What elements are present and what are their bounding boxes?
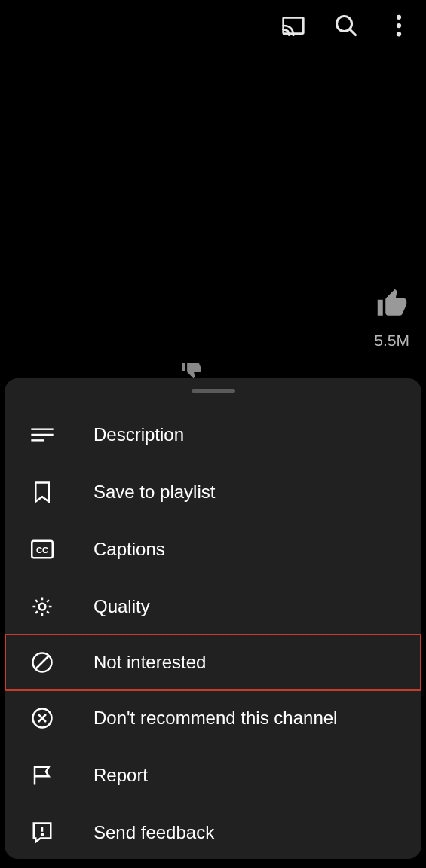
thumb-up-icon[interactable] — [376, 288, 408, 322]
feedback-icon — [30, 821, 54, 845]
more-icon[interactable] — [387, 14, 411, 38]
like-section: 5.5M — [374, 288, 409, 350]
menu-label: Save to playlist — [93, 481, 215, 503]
menu-label: Report — [93, 765, 148, 786]
svg-text:CC: CC — [36, 546, 48, 555]
bookmark-icon — [30, 480, 54, 504]
flag-icon — [30, 763, 54, 787]
menu-label: Not interested — [93, 652, 206, 673]
svg-point-5 — [397, 32, 401, 36]
bottom-sheet: Description Save to playlist CC Captions… — [5, 378, 421, 859]
captions-icon: CC — [30, 537, 54, 561]
cast-icon[interactable] — [281, 14, 305, 38]
description-icon — [30, 423, 54, 447]
menu-item-captions[interactable]: CC Captions — [5, 521, 421, 578]
like-count: 5.5M — [374, 332, 409, 350]
menu-item-description[interactable]: Description — [5, 406, 421, 463]
top-bar — [281, 14, 411, 38]
svg-point-11 — [39, 604, 46, 610]
svg-line-2 — [350, 29, 356, 35]
menu-item-feedback[interactable]: Send feedback — [5, 804, 421, 861]
menu-label: Quality — [93, 596, 150, 617]
svg-point-3 — [397, 15, 401, 20]
menu-item-quality[interactable]: Quality — [5, 578, 421, 635]
svg-line-13 — [35, 656, 49, 669]
menu-label: Description — [93, 424, 184, 445]
block-icon — [30, 650, 54, 674]
menu-label: Don't recommend this channel — [93, 708, 337, 729]
svg-point-4 — [397, 23, 401, 28]
menu-label: Send feedback — [93, 822, 214, 843]
menu-item-save-playlist[interactable]: Save to playlist — [5, 463, 421, 521]
remove-circle-icon — [30, 706, 54, 730]
search-icon[interactable] — [334, 14, 358, 38]
menu-item-not-interested[interactable]: Not interested — [5, 634, 421, 691]
menu-label: Captions — [93, 539, 165, 560]
menu-item-report[interactable]: Report — [5, 747, 421, 804]
menu-item-dont-recommend[interactable]: Don't recommend this channel — [5, 689, 421, 747]
gear-icon — [30, 594, 54, 619]
drag-handle[interactable] — [192, 389, 235, 393]
svg-point-19 — [41, 834, 43, 836]
